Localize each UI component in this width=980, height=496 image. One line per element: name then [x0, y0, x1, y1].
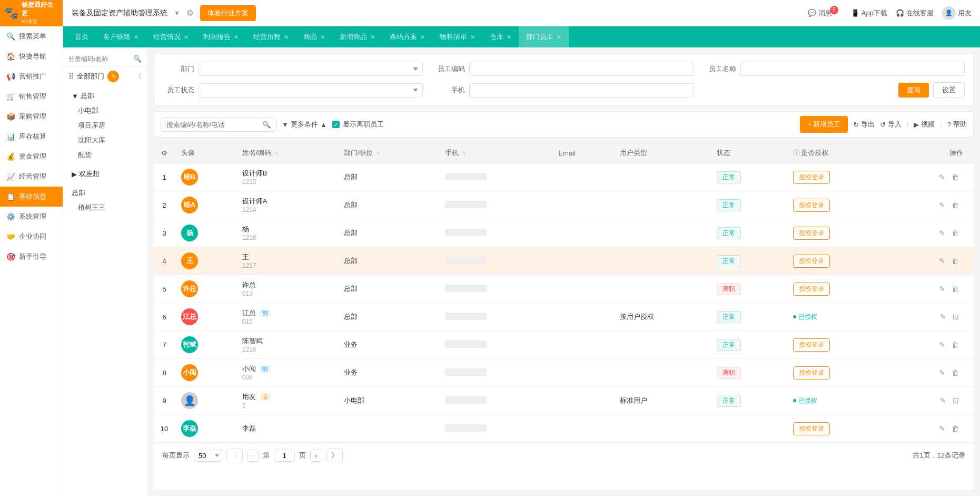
search-input[interactable]	[166, 121, 259, 129]
delete-btn[interactable]: 🗑	[952, 341, 959, 349]
filter-empname-input[interactable]	[740, 62, 965, 76]
video-btn[interactable]: ▶ 视频	[914, 120, 935, 129]
tab-close-employees[interactable]: ✕	[557, 34, 561, 41]
sort-name-icon[interactable]: ⇅	[274, 150, 279, 156]
sidebar-item-guide[interactable]: 🎯 新手引导	[0, 247, 63, 267]
tab-close-warehouse[interactable]: ✕	[507, 34, 511, 41]
show-resigned-toggle[interactable]: ✓ 显示离职员工	[332, 120, 384, 129]
filter-empcode-input[interactable]	[469, 62, 694, 76]
copy-btn[interactable]: ⊡	[953, 313, 959, 321]
dept-group-zongbu-title[interactable]: 总部	[63, 186, 147, 200]
tab-home[interactable]: 首页	[67, 26, 96, 47]
dept-child-xiaodibu[interactable]: 小电部	[63, 103, 147, 118]
dept-search-input[interactable]	[68, 55, 130, 63]
tab-close-add-goods[interactable]: ✕	[370, 34, 375, 41]
tab-close-bom[interactable]: ✕	[470, 34, 475, 41]
auth-login-btn[interactable]: 授权登录	[793, 283, 830, 296]
filter-dept-select[interactable]	[199, 62, 423, 76]
more-filter-btn[interactable]: ▼ 更多条件 ▲	[282, 120, 327, 129]
tab-employees[interactable]: 部门员工✕	[519, 26, 569, 47]
tab-close-business[interactable]: ✕	[184, 34, 189, 41]
topbar-messages[interactable]: 💬 消息 5	[808, 8, 843, 18]
topbar-trial-btn[interactable]: 体验行业方案	[200, 5, 256, 21]
auth-login-btn[interactable]: 授权登录	[793, 199, 830, 212]
sidebar-item-purchase[interactable]: 📦 采购管理	[0, 106, 63, 127]
tab-business[interactable]: 经营情况✕	[146, 26, 196, 47]
delete-btn[interactable]: 🗑	[952, 257, 959, 265]
dept-collapse-icon[interactable]: 《	[135, 72, 142, 81]
dept-group-shuangzuo-title[interactable]: ▶ 双座想	[63, 167, 147, 181]
auth-login-btn[interactable]: 授权登录	[793, 227, 830, 240]
edit-btn[interactable]: ✎	[939, 368, 945, 377]
sidebar-item-sales[interactable]: 🛒 销售管理	[0, 86, 63, 106]
copy-btn[interactable]: ⊡	[953, 396, 959, 405]
sort-phone-icon[interactable]: ⇅	[462, 150, 466, 156]
tab-bom[interactable]: 物料清单✕	[432, 26, 482, 47]
auth-login-btn[interactable]: 授权登录	[793, 422, 830, 435]
edit-btn[interactable]: ✎	[939, 285, 945, 293]
delete-btn[interactable]: 🗑	[952, 173, 959, 181]
tab-close-customer[interactable]: ✕	[134, 34, 138, 41]
edit-btn[interactable]: ✎	[940, 313, 946, 321]
edit-btn[interactable]: ✎	[939, 341, 945, 349]
page-input[interactable]	[274, 450, 295, 462]
export-btn[interactable]: ↻ 导出	[853, 120, 875, 129]
add-employee-btn[interactable]: + 新增员工	[800, 116, 848, 133]
sidebar-item-collab[interactable]: 🤝 企业协同	[0, 227, 63, 247]
prev-btn[interactable]: ‹	[247, 450, 259, 462]
delete-btn[interactable]: 🗑	[952, 424, 959, 433]
sidebar-item-basic[interactable]: 📋 基础信息	[0, 187, 63, 207]
edit-btn[interactable]: ✎	[940, 396, 946, 405]
sidebar-item-operation[interactable]: 📈 经营管理	[0, 167, 63, 187]
search-icon[interactable]: 🔍	[262, 121, 271, 129]
sidebar-item-search[interactable]: 🔍 搜索菜单	[0, 26, 63, 46]
topbar-online-service[interactable]: 🎧 在线客服	[896, 8, 934, 18]
sidebar-item-system[interactable]: ⚙️ 系统管理	[0, 207, 63, 227]
filter-status-select[interactable]	[199, 83, 423, 98]
next-next-btn[interactable]: 》	[326, 449, 343, 462]
tab-goods[interactable]: 商品✕	[296, 26, 332, 47]
dept-edit-icon[interactable]: ✎	[107, 71, 119, 82]
auth-login-btn[interactable]: 授权登录	[793, 171, 830, 184]
delete-btn[interactable]: 🗑	[952, 285, 959, 293]
tab-barcode[interactable]: 条码方案✕	[382, 26, 432, 47]
topbar-app-download[interactable]: 📱 App下载	[851, 8, 887, 18]
dept-child-shenyang[interactable]: 沈阳大库	[63, 133, 147, 148]
sidebar-item-inventory[interactable]: 📊 库存核算	[0, 127, 63, 147]
tab-customer[interactable]: 客户联络✕	[96, 26, 146, 47]
tab-add-goods[interactable]: 新增商品✕	[332, 26, 382, 47]
sidebar-item-finance[interactable]: 💰 资金管理	[0, 147, 63, 167]
delete-btn[interactable]: 🗑	[952, 201, 959, 209]
sort-dept-icon[interactable]: ⇅	[376, 150, 380, 156]
sidebar-item-marketing[interactable]: 📢 营销推广	[0, 66, 63, 86]
auth-login-btn[interactable]: 授权登录	[793, 366, 830, 380]
import-btn[interactable]: ↺ 导入	[880, 120, 902, 129]
filter-reset-btn[interactable]: 设置	[933, 82, 965, 98]
auth-login-btn[interactable]: 授权登录	[793, 338, 830, 352]
settings-icon[interactable]: ⚙	[161, 149, 167, 157]
edit-btn[interactable]: ✎	[939, 229, 945, 237]
tab-history[interactable]: 经营历程✕	[246, 26, 296, 47]
tab-close-history[interactable]: ✕	[284, 34, 289, 41]
tab-close-barcode[interactable]: ✕	[420, 34, 425, 41]
edit-btn[interactable]: ✎	[939, 257, 945, 265]
auth-login-btn[interactable]: 授权登录	[793, 255, 830, 268]
next-btn[interactable]: ›	[310, 450, 322, 462]
dept-search-icon[interactable]: 🔍	[133, 55, 142, 63]
tab-warehouse[interactable]: 仓库✕	[482, 26, 519, 47]
help-btn[interactable]: ? 帮助	[947, 120, 967, 129]
topbar-gear-icon[interactable]: ⚙	[186, 8, 194, 18]
filter-query-btn[interactable]: 查询	[898, 83, 929, 98]
dept-child-peihuo[interactable]: 配货	[63, 148, 147, 162]
edit-btn[interactable]: ✎	[939, 201, 945, 209]
sidebar-item-shortcut[interactable]: 🏠 快捷导航	[0, 46, 63, 66]
tab-profit[interactable]: 利润报告✕	[196, 26, 246, 47]
page-size-select[interactable]: 50 100	[194, 450, 222, 462]
edit-btn[interactable]: ✎	[939, 424, 945, 433]
delete-btn[interactable]: 🗑	[952, 368, 959, 377]
dept-child-xiangmu[interactable]: 项目库房	[63, 118, 147, 133]
delete-btn[interactable]: 🗑	[952, 229, 959, 237]
dept-child-zhishu[interactable]: 植树王三	[63, 200, 147, 215]
topbar-user[interactable]: 👤 用友	[942, 6, 972, 20]
tab-close-profit[interactable]: ✕	[234, 34, 239, 41]
